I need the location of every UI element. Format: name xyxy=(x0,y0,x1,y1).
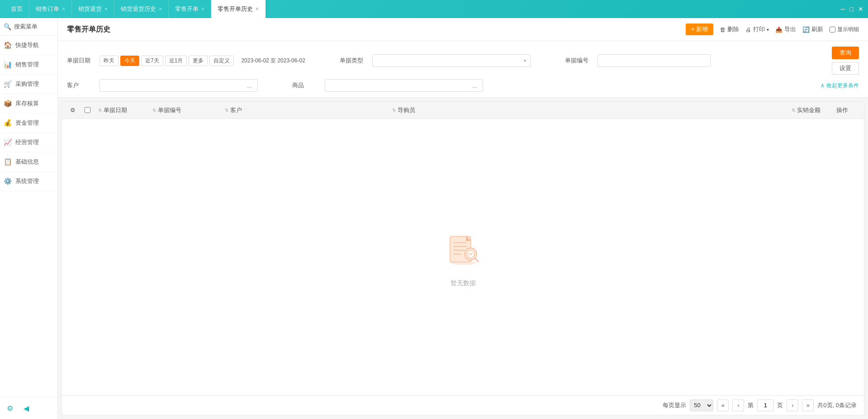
sidebar-collapse-btn[interactable]: ◀ xyxy=(20,402,33,414)
tab-retail-open-label: 零售开单 xyxy=(175,5,199,13)
sidebar-search[interactable]: 🔍 搜索菜单 xyxy=(0,18,57,36)
sidebar-item-finance[interactable]: 💰 资金管理 xyxy=(0,113,57,133)
date-btn-today[interactable]: 今天 xyxy=(120,56,139,66)
delete-icon: 🗑 xyxy=(720,26,726,33)
first-page-icon: « xyxy=(721,402,725,409)
goods-input[interactable]: ... xyxy=(325,79,483,92)
tab-sales-order-close[interactable]: × xyxy=(62,6,65,12)
tab-sales-return-history[interactable]: 销货退货历史 × xyxy=(114,0,169,18)
inventory-icon: 📦 xyxy=(4,99,12,108)
filter-area: 单据日期 昨天 今天 近7天 近1月 更多 自定义 2023-06-02 至 2… xyxy=(58,41,868,98)
select-all-checkbox[interactable] xyxy=(85,107,90,113)
sidebar-item-finance-label: 资金管理 xyxy=(15,119,39,127)
delete-button[interactable]: 🗑 删除 xyxy=(720,25,739,33)
col-date-sort-icon: ⇅ xyxy=(98,108,102,113)
page-header: 零售开单历史 + 新增 🗑 删除 🖨 打印 ▾ 📤 导出 xyxy=(58,18,868,41)
tab-retail-open[interactable]: 零售开单 × xyxy=(169,0,211,18)
filter-setting-button[interactable]: 设置 xyxy=(832,62,859,75)
prev-page-icon: ‹ xyxy=(737,402,739,409)
main-layout: 🔍 搜索菜单 🏠 快捷导航 📊 销售管理 🛒 采购管理 📦 库存核算 💰 资金管… xyxy=(0,18,868,419)
window-maximize[interactable]: □ xyxy=(850,5,854,13)
sidebar: 🔍 搜索菜单 🏠 快捷导航 📊 销售管理 🛒 采购管理 📦 库存核算 💰 资金管… xyxy=(0,18,58,419)
table-col-date[interactable]: ⇅ 单据日期 xyxy=(95,106,149,114)
last-page-button[interactable]: » xyxy=(802,400,814,411)
date-btn-custom[interactable]: 自定义 xyxy=(209,56,234,66)
export-button[interactable]: 📤 导出 xyxy=(775,25,796,33)
sidebar-item-quick-nav[interactable]: 🏠 快捷导航 xyxy=(0,36,57,55)
first-page-button[interactable]: « xyxy=(717,400,729,411)
tab-retail-open-history-close[interactable]: × xyxy=(256,6,259,12)
date-btn-more[interactable]: 更多 xyxy=(189,56,208,66)
system-icon: ⚙️ xyxy=(4,177,12,185)
table-header: ⚙ ⇅ 单据日期 ⇅ 单据编号 ⇅ 客户 ⇅ xyxy=(62,102,864,119)
export-icon: 📤 xyxy=(775,26,783,33)
doc-type-dropdown-icon: ▾ xyxy=(524,58,526,64)
query-button[interactable]: 查询 xyxy=(832,47,859,59)
table-col-amount[interactable]: ⇅ 实销金额 xyxy=(770,106,824,114)
window-minimize[interactable]: ─ xyxy=(841,5,845,13)
doc-no-input[interactable] xyxy=(598,54,711,67)
table-col-guide[interactable]: ⇅ 导购员 xyxy=(389,106,443,114)
tab-sales-return-history-close[interactable]: × xyxy=(159,6,162,12)
doc-type-select[interactable]: ▾ xyxy=(372,54,531,67)
table-col-settings[interactable]: ⚙ xyxy=(66,107,80,113)
goods-ellipsis-icon[interactable]: ... xyxy=(470,82,479,89)
sidebar-item-inventory[interactable]: 📦 库存核算 xyxy=(0,94,57,113)
page-suffix: 页 xyxy=(777,401,783,410)
finance-icon: 💰 xyxy=(4,119,12,127)
tab-retail-open-history[interactable]: 零售开单历史 × xyxy=(211,0,266,18)
customer-input[interactable]: ... xyxy=(100,79,258,92)
tab-retail-open-close[interactable]: × xyxy=(201,6,204,12)
sidebar-item-operations[interactable]: 📈 经营管理 xyxy=(0,133,57,152)
table-area: ⚙ ⇅ 单据日期 ⇅ 单据编号 ⇅ 客户 ⇅ xyxy=(62,101,864,415)
collapse-label: 收起更多条件 xyxy=(826,82,859,89)
tab-sales-return-close[interactable]: × xyxy=(104,6,108,12)
filter-row-2: 客户 ... 商品 ... ∧ 收起更多条件 xyxy=(67,79,859,92)
sidebar-settings-btn[interactable]: ⚙ xyxy=(4,402,16,414)
date-btn-yesterday[interactable]: 昨天 xyxy=(100,56,119,66)
svg-point-8 xyxy=(467,250,474,258)
tab-home[interactable]: 首页 xyxy=(5,0,29,18)
window-close[interactable]: ✕ xyxy=(858,5,863,13)
sidebar-item-system-label: 系统管理 xyxy=(15,177,39,185)
sidebar-item-system[interactable]: ⚙️ 系统管理 xyxy=(0,172,57,191)
col-customer-label: 客户 xyxy=(230,106,242,114)
sales-mgmt-icon: 📊 xyxy=(4,61,12,69)
sidebar-item-quick-nav-label: 快捷导航 xyxy=(15,41,39,49)
sidebar-item-sales-mgmt-label: 销售管理 xyxy=(15,61,39,69)
window-controls: ─ □ ✕ xyxy=(841,5,863,13)
tab-retail-open-history-label: 零售开单历史 xyxy=(218,5,253,13)
page-input[interactable] xyxy=(757,400,773,411)
per-page-label: 每页显示 xyxy=(663,401,686,410)
table-col-customer[interactable]: ⇅ 客户 xyxy=(221,106,389,114)
display-cols-label: 显示明细 xyxy=(837,26,859,33)
sidebar-item-sales-mgmt[interactable]: 📊 销售管理 xyxy=(0,55,57,75)
collapse-arrow-icon: ∧ xyxy=(821,82,825,89)
customer-ellipsis-icon[interactable]: ... xyxy=(245,82,254,89)
tab-sales-order[interactable]: 销售订单 × xyxy=(29,0,72,18)
col-amount-sort-icon: ⇅ xyxy=(792,108,795,113)
collapse-button[interactable]: ∧ 收起更多条件 xyxy=(821,82,859,89)
sidebar-item-basic-info[interactable]: 📋 基础信息 xyxy=(0,152,57,172)
table-col-check[interactable] xyxy=(80,107,95,113)
prev-page-button[interactable]: ‹ xyxy=(732,400,744,411)
customer-label: 客户 xyxy=(67,81,92,89)
next-page-button[interactable]: › xyxy=(787,400,798,411)
sidebar-item-purchase-mgmt[interactable]: 🛒 采购管理 xyxy=(0,75,57,94)
display-cols-checkbox[interactable] xyxy=(830,27,835,33)
refresh-button[interactable]: 🔄 刷新 xyxy=(802,25,823,33)
content: 零售开单历史 + 新增 🗑 删除 🖨 打印 ▾ 📤 导出 xyxy=(58,18,868,419)
per-page-select[interactable]: 50 10 20 100 xyxy=(690,400,713,411)
date-range: 2023-06-02 至 2023-06-02 xyxy=(241,57,305,65)
tab-sales-order-label: 销售订单 xyxy=(36,5,59,13)
table-col-sn[interactable]: ⇅ 单据编号 xyxy=(149,106,221,114)
print-button[interactable]: 🖨 打印 ▾ xyxy=(745,25,769,33)
col-date-label: 单据日期 xyxy=(104,106,127,114)
empty-state: 暂无数据 xyxy=(62,119,864,395)
new-button[interactable]: + 新增 xyxy=(686,24,713,35)
top-nav: 首页 销售订单 × 销货退货 × 销货退货历史 × 零售开单 × 零售开单历史 … xyxy=(0,0,868,18)
date-btn-last-month[interactable]: 近1月 xyxy=(165,56,187,66)
date-btn-last7[interactable]: 近7天 xyxy=(141,56,163,66)
tab-sales-return[interactable]: 销货退货 × xyxy=(72,0,114,18)
display-cols-check[interactable]: 显示明细 xyxy=(830,26,859,33)
